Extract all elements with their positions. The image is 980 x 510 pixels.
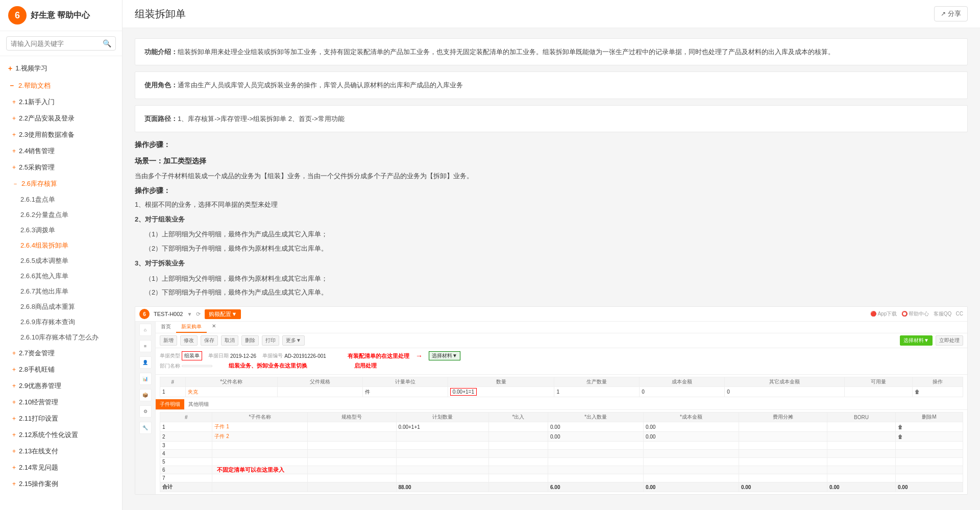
ss-lower-table: # *子件名称 规格型号 计划数量 *出入 *出入数量 *成本金额 费用分摊 B <box>160 412 963 492</box>
ss-code-label: 单据编号 <box>262 352 283 359</box>
plus-icon: + <box>12 415 16 422</box>
ss-tab-close[interactable]: ✕ <box>207 322 221 333</box>
ss-lower-row2: 2 子件 2 0.00 0.00 <box>160 432 963 442</box>
ss-lower-row3: 3 <box>160 442 963 450</box>
sidebar-item-finance[interactable]: + 2.7资金管理 <box>0 345 122 361</box>
ss-nav-icon-box[interactable]: 📦 <box>139 389 152 401</box>
ss-btn-stock[interactable]: 立即处理 <box>936 335 963 346</box>
ss-btn-new[interactable]: 新增 <box>160 335 177 346</box>
ss-tab-home[interactable]: 首页 <box>156 322 176 333</box>
sidebar-item-prepare-label: 2.3使用前数据准备 <box>19 130 75 139</box>
page-title: 组装拆卸单 <box>135 7 186 21</box>
ss-form-row1: 单据类型 组装单 单据日期 2019-12-26 单据编号 AD-2019122… <box>160 351 963 360</box>
ss-upper-cell-othercost: 0 <box>725 387 845 397</box>
ss-type-value[interactable]: 组装单 <box>182 351 202 360</box>
sidebar-item-faq-label: 2.14常见问题 <box>19 463 58 472</box>
ss-btn-approve[interactable]: 选择材料▼ <box>900 335 933 346</box>
sidebar-item-install[interactable]: + 2.2产品安装及登录 <box>0 110 122 127</box>
search-input[interactable] <box>11 40 103 47</box>
sidebar-item-print[interactable]: + 2.11打印设置 <box>0 410 122 427</box>
ss-nav-icon-home[interactable]: ⌂ <box>139 324 152 336</box>
sidebar-item-inventorycheck[interactable]: 2.6.9库存账本查询 <box>0 314 122 330</box>
plus-icon: + <box>12 464 16 471</box>
sidebar-item-sales-label: 2.4销售管理 <box>19 147 55 156</box>
ss-btn-save[interactable]: 保存 <box>201 335 218 346</box>
nav-group-docs-header[interactable]: － 2.帮助文档 <box>0 78 122 94</box>
step3-sub1: （1）上部明细为父件明细，最终作为原材料生成其它出库单； <box>145 273 968 284</box>
search-box[interactable]: 🔍 <box>6 36 116 51</box>
sidebar-item-newcomer[interactable]: + 2.1新手入门 <box>0 94 122 110</box>
ss-dept-value[interactable] <box>182 365 212 367</box>
step2-sub1: （1）上部明细为父件明细，最终作为产成品生成其它入库单； <box>145 228 968 240</box>
sidebar-item-otheroutstock[interactable]: 2.6.7其他出库单 <box>0 284 122 299</box>
sidebar-item-split[interactable]: 2.6.2分量盘点单 <box>0 207 122 223</box>
ss-code-value: AD-20191226-001 <box>284 353 326 359</box>
sidebar-item-cases-label: 2.15操作案例 <box>19 479 58 489</box>
sidebar-item-purchase-label: 2.5采购管理 <box>19 163 55 172</box>
ss-upper-row1: 1 夹克 件 0.00+1=1 1 0 0 <box>160 387 963 397</box>
sidebar-item-online[interactable]: + 2.13在线支付 <box>0 443 122 459</box>
content-area: 功能介绍：组装拆卸单用来处理企业组装或拆卸等加工业务，支持有固定装配清单的产品加… <box>122 28 980 510</box>
path-block: 页面路径：1、库存核算->库存管理->组装拆卸单 2、首页->常用功能 <box>135 105 968 132</box>
sidebar-item-mobile[interactable]: + 2.8手机旺铺 <box>0 361 122 378</box>
role-label: 使用角色： <box>144 81 178 89</box>
sidebar-item-ops[interactable]: + 2.10经营管理 <box>0 394 122 410</box>
ss-upper-qty-box[interactable]: 0.00+1=1 <box>450 388 477 396</box>
ss-nav-icon-tools[interactable]: 🔧 <box>139 422 152 434</box>
sidebar-item-adjustment[interactable]: 2.6.3调拨单 <box>0 223 122 238</box>
sidebar-item-stocktake[interactable]: 2.6.1盘点单 <box>0 192 122 207</box>
collapse-icon: － <box>8 81 15 90</box>
sidebar-item-faq[interactable]: + 2.14常见问题 <box>0 459 122 476</box>
step3: 3、对于拆装业务 <box>135 257 968 269</box>
sidebar-item-custom[interactable]: + 2.12系统个性化设置 <box>0 427 122 443</box>
ss-approve-btn-ref[interactable]: 选择材料▼ <box>429 351 460 360</box>
ss-upper-cell-unit: 件 <box>362 387 448 397</box>
plus-icon: + <box>12 366 16 373</box>
ss-btn-more[interactable]: 更多▼ <box>282 335 305 346</box>
ss-sec-tab-sub[interactable]: 子件明细 <box>156 399 184 409</box>
ss-upper-col-qty: 数量 <box>448 377 554 387</box>
plus-icon: + <box>12 382 16 390</box>
scenario1-desc: 当由多个子件材料组装成一个成品的业务为【组装】业务，当由一个父件拆分成多个子产品… <box>135 170 968 182</box>
sidebar-item-inventoryerror[interactable]: 2.6.10库存账本错了怎么办 <box>0 330 122 345</box>
intro-block: 功能介绍：组装拆卸单用来处理企业组装或拆卸等加工业务，支持有固定装配清单的产品加… <box>135 38 968 65</box>
screenshot-container: 6 TEST-H002 ▼ ⟳ 购额配置▼ 🔴 App下载 ⭕ 帮助中心 客服Q… <box>135 306 968 495</box>
ss-logo-icon: 6 <box>139 309 150 319</box>
ss-lower-row4: 4 <box>160 450 963 458</box>
nav-group-video-header[interactable]: + 1.视频学习 <box>0 60 122 77</box>
ss-btn-cancel[interactable]: 取消 <box>221 335 238 346</box>
ss-upper-cell-avail <box>845 387 913 397</box>
ss-upper-cell-num: 1 <box>160 387 186 397</box>
ss-nav-icon-chart[interactable]: 📊 <box>139 373 152 385</box>
ss-lower-col-num: # <box>160 412 212 422</box>
ss-nav-icon-orders[interactable]: ≡ <box>139 340 152 352</box>
ss-lower-row1: 1 子件 1 0.00+1+1 0.00 0.00 <box>160 422 963 432</box>
sidebar-item-prepare[interactable]: + 2.3使用前数据准备 <box>0 127 122 143</box>
sidebar-item-sales[interactable]: + 2.4销售管理 <box>0 143 122 159</box>
ss-btn-print[interactable]: 打印 <box>262 335 279 346</box>
ss-nav-icon-settings[interactable]: ⚙ <box>139 405 152 418</box>
search-icon[interactable]: 🔍 <box>103 39 111 47</box>
ss-tab-assembly[interactable]: 新采购单 <box>176 322 207 333</box>
sidebar-item-purchase[interactable]: + 2.5采购管理 <box>0 159 122 176</box>
sidebar-item-goodscost[interactable]: 2.6.8商品成本重算 <box>0 299 122 314</box>
sidebar-item-otherinstock[interactable]: 2.6.6其他入库单 <box>0 269 122 284</box>
sidebar-item-costadj[interactable]: 2.6.5成本调整单 <box>0 253 122 269</box>
ss-lower-col-inout: *出入 <box>488 412 548 422</box>
sidebar-item-voucher[interactable]: + 2.9优惠券管理 <box>0 378 122 394</box>
ss-tag[interactable]: 购额配置▼ <box>205 309 241 319</box>
sidebar-item-inventory[interactable]: － 2.6库存核算 <box>0 176 122 192</box>
step2-sub2: （2）下部明细为子件明细，最终作为原材料生成其它出库单。 <box>145 242 968 254</box>
intro-text: 组装拆卸单用来处理企业组装或拆卸等加工业务，支持有固定装配清单的产品加工业务，也… <box>178 48 835 56</box>
ss-tabs: 首页 新采购单 ✕ <box>156 322 967 333</box>
ss-nav-icon-users[interactable]: 👤 <box>139 356 152 369</box>
share-button[interactable]: ↗ 分享 <box>934 6 968 21</box>
sidebar-item-cases[interactable]: + 2.15操作案例 <box>0 476 122 492</box>
ss-btn-delete[interactable]: 删除 <box>241 335 259 346</box>
plus-icon: + <box>12 480 16 488</box>
plus-icon: + <box>12 448 16 455</box>
ss-annotation4: 不固定清单可以在这里录入 <box>217 466 284 474</box>
ss-sec-tab-other[interactable]: 其他明细 <box>184 399 213 409</box>
sidebar-item-assembly[interactable]: 2.6.4组装拆卸单 <box>0 238 122 253</box>
ss-btn-edit[interactable]: 修改 <box>180 335 198 346</box>
